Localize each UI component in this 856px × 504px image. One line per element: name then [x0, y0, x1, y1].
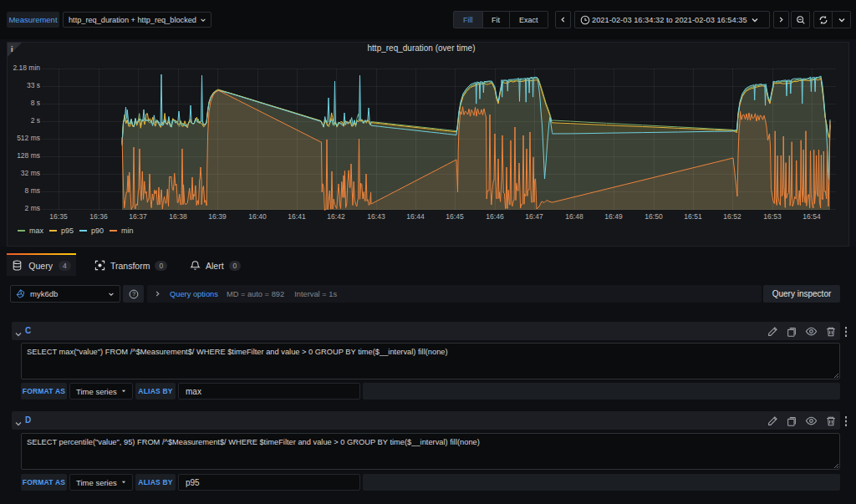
svg-text:?: ?: [132, 291, 135, 297]
